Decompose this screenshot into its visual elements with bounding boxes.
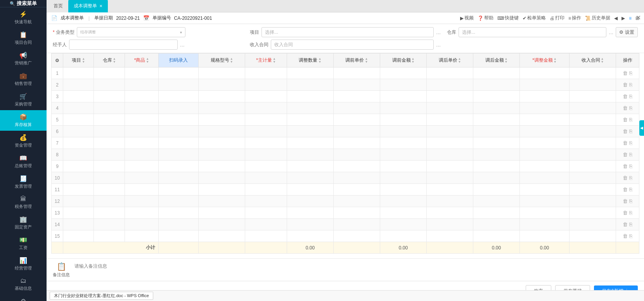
cell-spec[interactable] [199,195,245,207]
project-input[interactable]: 选择... [261,27,434,37]
cell-product[interactable] [125,195,158,207]
cell-adj-qty[interactable] [287,161,333,172]
cell-before-amount[interactable] [380,149,426,161]
cell-after-price[interactable] [426,79,473,91]
delete-row-icon[interactable]: 🗑 [623,128,628,134]
copy-row-icon[interactable]: ⎘ [629,128,632,134]
cell-spec[interactable] [199,137,245,149]
sidebar-item-sales[interactable]: 💼 销售管理 [0,69,47,90]
cell-after-price[interactable] [426,161,473,172]
cell-spec[interactable] [199,149,245,161]
delete-row-icon[interactable]: 🗑 [623,233,628,239]
cell-project[interactable] [63,184,94,195]
cell-before-amount[interactable] [380,79,426,91]
toolbar-nav-next[interactable]: ▶ [621,16,625,21]
cell-before-price[interactable] [333,207,380,219]
cell-spec[interactable] [199,114,245,126]
cell-before-price[interactable] [333,114,380,126]
cell-income-contract[interactable] [569,184,616,195]
toolbar-nav-prev[interactable]: ◀ [614,16,618,21]
cell-warehouse[interactable] [94,207,125,219]
cell-scan[interactable] [159,219,199,230]
cell-spec[interactable] [199,91,245,102]
cell-unit[interactable] [245,114,287,126]
cell-before-price[interactable] [333,161,380,172]
cell-before-amount[interactable] [380,172,426,184]
cell-warehouse[interactable] [94,126,125,137]
cell-before-price[interactable] [333,91,380,102]
cell-warehouse[interactable] [94,195,125,207]
sidebar-item-ledger[interactable]: 📖 总账管理 [0,151,47,172]
cell-product[interactable] [125,137,158,149]
cell-unit[interactable] [245,184,287,195]
table-container[interactable]: ⚙ 项目▲▼ 仓库▲▼ *商品▲▼ 扫码录入 [47,53,644,258]
cell-adj-amount[interactable] [520,137,570,149]
cell-scan[interactable] [159,79,199,91]
cell-project[interactable] [63,161,94,172]
cell-after-amount[interactable] [473,79,519,91]
notes-input[interactable] [74,262,638,270]
cell-before-price[interactable] [333,219,380,230]
cell-scan[interactable] [159,207,199,219]
cell-spec[interactable] [199,172,245,184]
cell-adj-amount[interactable] [520,126,570,137]
cell-scan[interactable] [159,137,199,149]
settings-button[interactable]: ⚙ 设置 [616,27,638,37]
delete-row-icon[interactable]: 🗑 [623,152,628,157]
delete-row-icon[interactable]: 🗑 [623,105,628,111]
cell-after-amount[interactable] [473,126,519,137]
cell-before-price[interactable] [333,102,380,114]
cell-product[interactable] [125,114,158,126]
cell-spec[interactable] [199,161,245,172]
copy-row-icon[interactable]: ⎘ [629,152,632,157]
cell-unit[interactable] [245,137,287,149]
cell-unit[interactable] [245,102,287,114]
cell-income-contract[interactable] [569,114,616,126]
cell-unit[interactable] [245,126,287,137]
copy-row-icon[interactable]: ⎘ [629,210,632,216]
cell-product[interactable] [125,184,158,195]
income-contract-dots[interactable]: ... [436,42,441,48]
cell-scan[interactable] [159,67,199,79]
cell-after-price[interactable] [426,184,473,195]
cell-before-amount[interactable] [380,207,426,219]
warehouse-input[interactable]: 选择... [459,27,606,37]
cell-income-contract[interactable] [569,149,616,161]
cell-unit[interactable] [245,195,287,207]
cell-adj-qty[interactable] [287,149,333,161]
toolbar-layout1[interactable]: ≡ [629,16,632,21]
cell-adj-amount[interactable] [520,79,570,91]
cell-project[interactable] [63,207,94,219]
cell-income-contract[interactable] [569,137,616,149]
cell-adj-qty[interactable] [287,102,333,114]
cell-scan[interactable] [159,172,199,184]
copy-row-icon[interactable]: ⎘ [629,140,632,146]
cell-income-contract[interactable] [569,126,616,137]
cell-scan[interactable] [159,230,199,242]
cell-unit[interactable] [245,230,287,242]
cell-warehouse[interactable] [94,230,125,242]
window-close-button[interactable]: ✕ [636,14,641,21]
cell-adj-qty[interactable] [287,219,333,230]
cell-before-amount[interactable] [380,184,426,195]
cell-income-contract[interactable] [569,91,616,102]
cell-after-price[interactable] [426,149,473,161]
cell-adj-qty[interactable] [287,67,333,79]
cell-warehouse[interactable] [94,79,125,91]
cell-unit[interactable] [245,161,287,172]
delete-row-icon[interactable]: 🗑 [623,163,628,169]
cell-warehouse[interactable] [94,67,125,79]
cell-before-price[interactable] [333,67,380,79]
cell-before-amount[interactable] [380,102,426,114]
delete-row-icon[interactable]: 🗑 [623,140,628,146]
cell-project[interactable] [63,230,94,242]
cell-before-amount[interactable] [380,137,426,149]
cell-scan[interactable] [159,195,199,207]
side-handle[interactable]: ◀ [639,120,644,136]
cell-adj-amount[interactable] [520,91,570,102]
cell-before-amount[interactable] [380,114,426,126]
cell-adj-qty[interactable] [287,230,333,242]
cell-spec[interactable] [199,67,245,79]
sidebar-item-ops[interactable]: 📊 经营管理 [0,254,47,274]
cell-spec[interactable] [199,184,245,195]
